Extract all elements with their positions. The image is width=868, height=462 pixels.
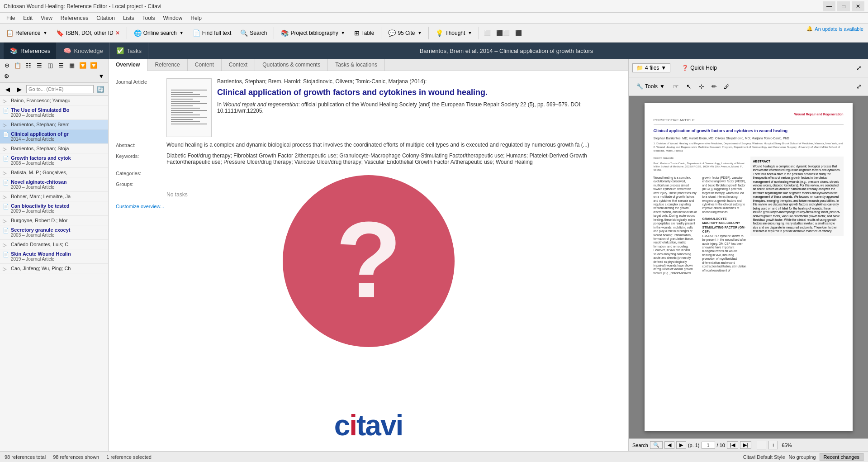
article-thumbnail	[166, 78, 212, 137]
list-item[interactable]: ▷ Bohner, Marc; Lemaitre, Ja	[0, 192, 108, 201]
menu-citation[interactable]: Citation	[93, 14, 119, 22]
nav-bar: 📚 References 🧠 Knowledge ✅ Tasks Barrien…	[0, 43, 868, 59]
categories-row: Categories:	[116, 170, 621, 176]
zoom-in-button[interactable]: +	[768, 441, 778, 449]
list-item[interactable]: 📄 Skin Acute Wound Healin 2019 – Journal…	[0, 249, 108, 264]
pdf-page-input[interactable]	[702, 442, 715, 449]
pointer-tool-button[interactable]: ☞	[671, 81, 682, 92]
files-arrow: ▼	[661, 65, 666, 71]
tab-tasks-locations[interactable]: Tasks & locations	[328, 59, 385, 71]
tab-tasks[interactable]: ✅ Tasks	[110, 43, 148, 59]
thumb-line	[171, 121, 200, 122]
menu-view[interactable]: View	[37, 14, 56, 22]
list-item[interactable]: ▷ Cao, Jinfeng; Wu, Ping; Ch	[0, 264, 108, 273]
col-button[interactable]: ☰	[56, 60, 66, 70]
tab-content[interactable]: Content	[188, 59, 222, 71]
view-full-button[interactable]: ⬛	[513, 26, 524, 40]
view-single-button[interactable]: ⬜	[482, 26, 493, 40]
pdf-last-button[interactable]: ▶|	[740, 441, 751, 449]
pdf-next-button[interactable]: ▶	[676, 441, 686, 449]
list-item[interactable]: 📄 Secretory granule exocyt 2003 – Journa…	[0, 225, 108, 240]
pdf-abstract-title: ABSTRACT	[753, 159, 841, 163]
tab-quotations[interactable]: Quotations & comments	[255, 59, 328, 71]
quick-help-button[interactable]: ❓ Quick Help	[678, 61, 721, 75]
project-bib-button[interactable]: 📚 Project bibliography ▼	[277, 26, 349, 40]
list-item[interactable]: ▷ Baino, Francesco; Yamagu	[0, 96, 108, 105]
maximize-button[interactable]: □	[837, 1, 850, 11]
citavi-watermark: ?	[278, 171, 459, 352]
zoom-out-button[interactable]: −	[757, 441, 767, 449]
citavi-logo-text: citavi	[334, 409, 403, 442]
tab-overview[interactable]: Overview	[109, 59, 147, 71]
thumb-line	[171, 99, 193, 100]
new-ref-button[interactable]: ⊕	[2, 60, 12, 70]
menu-file[interactable]: File	[3, 14, 19, 22]
settings-button[interactable]: ⚙	[2, 71, 12, 81]
maximize-panel-button[interactable]: ⤢	[854, 62, 864, 73]
new-ref2-button[interactable]: 📋	[13, 60, 23, 70]
ref-author: Cao, Jinfeng; Wu, Ping; Ch	[11, 266, 104, 271]
list-item[interactable]: ▷ Cañedo-Dorantes, Luis; C	[0, 240, 108, 249]
pen-tool-button[interactable]: ✏	[709, 81, 720, 92]
list-item[interactable]: 📄 Clinical application of gr 2014 – Jour…	[0, 129, 108, 144]
table-button[interactable]: ⊞ Table	[350, 26, 379, 40]
list-item[interactable]: ▷ Batista, M. P.; Gonçalves,	[0, 168, 108, 177]
pdf-search-button[interactable]: 🔍	[650, 441, 663, 449]
goto-input[interactable]	[26, 85, 94, 93]
reference-dropdown-button[interactable]: 📋 Reference ▼	[2, 26, 51, 40]
back-button[interactable]: ◀	[3, 84, 13, 94]
dd2-button[interactable]: 🔽	[89, 60, 99, 70]
menu-lists[interactable]: Lists	[119, 14, 138, 22]
ref-icon: ▷	[3, 98, 6, 104]
list-item[interactable]: ▷ Barrientos, Stephan; Brem	[0, 120, 108, 129]
tools-dropdown-button[interactable]: 🔧 Tools ▼	[632, 79, 669, 94]
minimize-button[interactable]: —	[823, 1, 835, 11]
group-button[interactable]: ☰	[34, 60, 44, 70]
menu-references[interactable]: References	[57, 14, 92, 22]
cursor-tool-button[interactable]: ↖	[683, 81, 694, 92]
list-item[interactable]: ▷ Barrientos, Stephan; Stoja	[0, 144, 108, 153]
pdf-first-button[interactable]: |◀	[727, 441, 738, 449]
thought-button[interactable]: 💡 Thought ▼	[432, 26, 476, 40]
menu-window[interactable]: Window	[160, 14, 186, 22]
pdf-prev-button[interactable]: ◀	[664, 441, 674, 449]
menu-tools[interactable]: Tools	[139, 14, 159, 22]
view-side-button[interactable]: ⬛⬜	[494, 26, 512, 40]
highlight-tool-button[interactable]: 🖊	[721, 81, 732, 92]
forward-button[interactable]: ▶	[14, 84, 24, 94]
sort-button[interactable]: ☷	[24, 60, 33, 70]
tab-context[interactable]: Context	[222, 59, 255, 71]
list-item[interactable]: 📄 Novel alginate-chitosan 2020 – Journal…	[0, 177, 108, 192]
dd1-button[interactable]: 🔽	[78, 60, 88, 70]
list-item[interactable]: 📄 Can bioactivity be tested 2009 – Journ…	[0, 201, 108, 216]
expand-right-button[interactable]: ⤢	[854, 81, 864, 92]
isbn-button[interactable]: 🔖 ISBN, DOI, other ID ✕	[52, 26, 123, 40]
list-item[interactable]: 📄 The Use of Simulated Bo 2020 – Journal…	[0, 105, 108, 120]
refresh-button[interactable]: 🔄	[95, 84, 105, 94]
search-button[interactable]: 🔍 Search	[236, 26, 271, 40]
grid-button[interactable]: ▦	[67, 60, 77, 70]
menu-help[interactable]: Help	[187, 14, 205, 22]
ref-title: Novel alginate-chitosan	[11, 179, 104, 185]
customize-link[interactable]: Customize overview...	[116, 204, 164, 209]
pdf-gm-csf-text: GM-CSF is a cytokine known to be present…	[702, 234, 747, 272]
online-search-button[interactable]: 🌐 Online search ▼	[130, 26, 188, 40]
files-dropdown[interactable]: 📁 4 files ▼	[632, 63, 670, 72]
tab-knowledge[interactable]: 🧠 Knowledge	[57, 43, 109, 59]
update-bar[interactable]: 🔔 An update is available	[806, 26, 863, 32]
list-item[interactable]: ▷ Burgoyne, Robert D.; Mor	[0, 216, 108, 225]
close-button[interactable]: ✕	[852, 1, 864, 11]
menu-edit[interactable]: Edit	[19, 14, 36, 22]
select-tool-button[interactable]: ⊹	[696, 81, 707, 92]
list-item[interactable]: 📄 Growth factors and cytok 2008 – Journa…	[0, 153, 108, 168]
view2-button[interactable]: ◫	[45, 60, 55, 70]
svg-text:?: ?	[335, 199, 402, 320]
zoom-level: 65%	[782, 443, 792, 448]
cite-button[interactable]: 💬 95 Cite ▼	[384, 26, 426, 40]
fulltext-icon: 📄	[193, 29, 200, 37]
recent-changes-button[interactable]: Recent changes	[820, 453, 864, 461]
fulltext-button[interactable]: 📄 Find full text	[189, 26, 236, 40]
tab-references[interactable]: 📚 References	[4, 43, 57, 59]
filter-button[interactable]: ▼	[96, 71, 106, 81]
tab-reference[interactable]: Reference	[147, 59, 187, 71]
